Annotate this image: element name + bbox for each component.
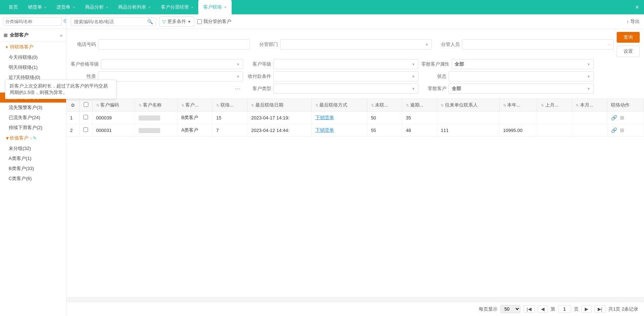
customer-table: ⚙ ⇅ 客户编码 ⇅ 客户名称 ⇅ bbox=[66, 99, 644, 137]
select-all-checkbox[interactable] bbox=[84, 102, 88, 107]
sidebar-item-declining[interactable]: 持续下滑客户(2) bbox=[0, 123, 66, 133]
per-page-select[interactable]: 50 100 200 bbox=[500, 305, 520, 313]
sort-icon7: ⇅ bbox=[371, 103, 374, 107]
manager-select[interactable]: ··· bbox=[462, 39, 614, 49]
close-customer-contact-tab[interactable]: × bbox=[224, 5, 226, 9]
link-action-icon-1[interactable]: 🔗 bbox=[611, 115, 617, 121]
sidebar-item-class-a[interactable]: A类客户(1) bbox=[0, 154, 66, 164]
next-page-btn[interactable]: ▶ bbox=[582, 305, 592, 313]
sidebar-search-input[interactable] bbox=[3, 17, 62, 26]
customer-level-chevron-icon: ▼ bbox=[412, 62, 415, 66]
col-customer-code: ⇅ 客户编码 bbox=[92, 99, 135, 112]
advanced-filter-panel: 电话号码 分管部门 ▼ 分管人员 ··· bbox=[66, 29, 644, 99]
filter-retail-attr: 零散客户属性 全部 ▼ bbox=[421, 59, 594, 69]
prev-page-btn[interactable]: ◀ bbox=[538, 305, 548, 313]
first-page-btn[interactable]: |◀ bbox=[523, 305, 534, 313]
contact-method-link-1[interactable]: 下销货单 bbox=[315, 115, 334, 120]
close-purchase-tab[interactable]: × bbox=[73, 5, 75, 9]
table-body: 1 000039 B类客户 15 2023-04-17 14:19: 下销货单 … bbox=[66, 112, 644, 137]
collapse-arrow-icon[interactable]: » bbox=[60, 33, 62, 38]
sidebar-item-today[interactable]: 今天待联络(0) bbox=[0, 52, 66, 62]
cell-unlisted-2: 55 bbox=[367, 124, 402, 137]
contact-method-link-2[interactable]: 下销货单 bbox=[315, 127, 334, 133]
close-product-analysis-tab[interactable]: × bbox=[106, 5, 108, 9]
col-customer-type: ⇅ 客户... bbox=[177, 99, 212, 112]
nav-tab-customer-contact[interactable]: 客户联络 × bbox=[198, 0, 231, 14]
more-conditions-btn[interactable]: ▽ 更多条件 ▼ bbox=[159, 16, 194, 27]
search-input[interactable] bbox=[74, 19, 146, 24]
cell-lastmonth-2 bbox=[537, 124, 572, 137]
cell-curmonth-1 bbox=[572, 112, 607, 124]
sort-icon10: ⇅ bbox=[503, 103, 506, 107]
price-level-select[interactable]: ▼ bbox=[101, 59, 243, 69]
main-layout: 🔍 ⊞ 全部客户 » ▼ 待联络客户 今天待联络(0) 明天待联络(1) 近7天… bbox=[0, 14, 644, 316]
department-select[interactable]: ▼ bbox=[280, 39, 432, 49]
retail-customer-select[interactable]: 全部 ▼ bbox=[449, 84, 594, 94]
sort-icon2: ⇅ bbox=[139, 103, 142, 107]
sidebar-item-churned[interactable]: 已流失客户(24) bbox=[0, 113, 66, 123]
top-navigation: 首页 销货单 × 进货单 × 商品分析 × 商品分析列表 × 客户分层经营 × … bbox=[0, 0, 644, 14]
table-scrollbar[interactable] bbox=[66, 297, 644, 302]
cell-index-2: 2 bbox=[66, 124, 79, 137]
cell-year-2: 10995.00 bbox=[499, 124, 537, 137]
cell-unlisted-1: 50 bbox=[367, 112, 402, 124]
settings-button[interactable]: 设置 bbox=[617, 46, 640, 57]
phone-input[interactable] bbox=[98, 39, 250, 49]
row-checkbox-1[interactable] bbox=[83, 115, 88, 119]
customer-level-select[interactable]: ▼ bbox=[273, 59, 418, 69]
sort-icon4: ⇅ bbox=[216, 103, 219, 107]
sidebar-item-class-c[interactable]: C类客户(6) bbox=[0, 174, 66, 184]
cell-index-1: 1 bbox=[66, 112, 79, 124]
query-button[interactable]: 查询 bbox=[617, 32, 640, 43]
last-page-btn[interactable]: ▶| bbox=[594, 305, 606, 313]
col-last-contact-date: ⇅ 最后联络日期 bbox=[247, 99, 311, 112]
nav-tab-product-analysis-list[interactable]: 商品分析列表 × bbox=[113, 0, 156, 14]
manager-ellipsis-icon: ··· bbox=[608, 43, 611, 47]
more-dots-icon[interactable]: ··· bbox=[235, 85, 240, 93]
nav-tab-home[interactable]: 首页 bbox=[4, 0, 23, 14]
sidebar-item-ungrouped[interactable]: 未分组(32) bbox=[0, 143, 66, 154]
nature-chevron-icon: ▼ bbox=[236, 75, 240, 79]
col-contact-count: ⇅ 联络... bbox=[212, 99, 247, 112]
col-partner-contact: ⇅ 往来单位联系人 bbox=[437, 99, 499, 112]
nav-tab-sales[interactable]: 销货单 × bbox=[23, 0, 51, 14]
close-product-list-tab[interactable]: × bbox=[148, 5, 150, 9]
cell-date-1: 2023-04-17 14:19: bbox=[247, 112, 311, 124]
sort-icon11: ⇅ bbox=[541, 103, 544, 107]
sidebar-search-icon[interactable]: 🔍 bbox=[63, 19, 66, 24]
cell-year-1 bbox=[499, 112, 537, 124]
close-all-tabs[interactable]: × bbox=[635, 4, 639, 11]
nav-tab-customer-tier[interactable]: 客户分层经营 × bbox=[156, 0, 198, 14]
grid-action-icon-2[interactable]: ⊞ bbox=[620, 127, 624, 133]
price-group-circle-icon: ○ bbox=[30, 136, 32, 141]
grid-action-icon-1[interactable]: ⊞ bbox=[620, 115, 624, 121]
nav-tab-product-analysis[interactable]: 商品分析 × bbox=[80, 0, 113, 14]
close-sales-tab[interactable]: × bbox=[44, 5, 46, 9]
link-action-icon-2[interactable]: 🔗 bbox=[611, 127, 617, 133]
col-current-year: ⇅ 本年... bbox=[499, 99, 537, 112]
export-btn[interactable]: ↑ 导出 bbox=[627, 18, 640, 25]
page-number-input[interactable] bbox=[558, 305, 571, 313]
cell-code-1: 000039 bbox=[92, 112, 135, 124]
cell-name-2 bbox=[135, 124, 178, 137]
sidebar-item-churn-warning[interactable]: 流失预警客户(3) bbox=[0, 103, 66, 113]
nav-tab-purchase[interactable]: 进货单 × bbox=[51, 0, 80, 14]
customer-type-select[interactable]: ▼ bbox=[273, 84, 418, 94]
col-settings[interactable]: ⚙ bbox=[66, 99, 79, 112]
price-group-edit-icon[interactable]: ✎ bbox=[33, 136, 37, 141]
nature-select[interactable]: ▼ bbox=[98, 71, 243, 81]
payment-terms-select[interactable]: ▼ bbox=[273, 71, 418, 81]
filter-manager: 分管人员 ··· bbox=[435, 39, 614, 49]
filter-payment-terms: 收付款条件 ▼ bbox=[246, 71, 418, 81]
row-checkbox-2[interactable] bbox=[83, 127, 88, 132]
sidebar-all-customers-header[interactable]: ⊞ 全部客户 » bbox=[0, 29, 66, 42]
sidebar-item-tomorrow[interactable]: 明天待联络(1) bbox=[0, 62, 66, 72]
retail-attr-select[interactable]: 全部 ▼ bbox=[451, 59, 594, 69]
sidebar-price-group[interactable]: ▼ 价值客户 ○ ✎ bbox=[0, 133, 66, 143]
close-customer-tier-tab[interactable]: × bbox=[191, 5, 193, 9]
sidebar-item-class-b[interactable]: B类客户(33) bbox=[0, 164, 66, 174]
my-customer-checkbox[interactable] bbox=[197, 19, 202, 24]
sidebar-pending-group[interactable]: ▼ 待联络客户 bbox=[0, 42, 66, 52]
table-header: ⚙ ⇅ 客户编码 ⇅ 客户名称 ⇅ bbox=[66, 99, 644, 112]
status-select[interactable]: ▼ bbox=[449, 71, 594, 81]
